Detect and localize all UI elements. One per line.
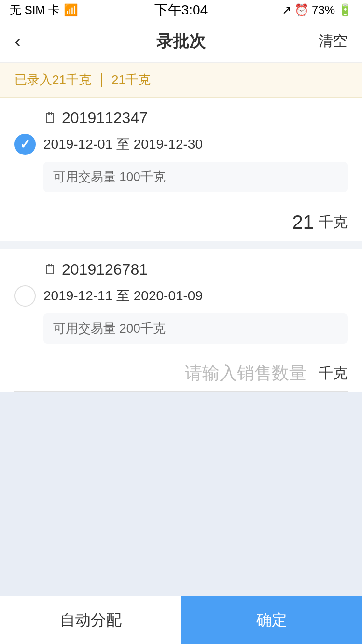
batch-1-amount-value: 21 — [292, 211, 314, 233]
status-time: 下午3:04 — [154, 1, 208, 19]
batch-2-radio[interactable] — [14, 285, 36, 307]
batch-2-date: 2019-12-11 至 2020-01-09 — [43, 287, 203, 305]
battery-icon: 🔋 — [338, 3, 352, 17]
wifi-icon: 📶 — [64, 3, 78, 17]
recorded-value: 21千克 — [111, 71, 151, 88]
batch-2-amount-input[interactable] — [14, 363, 314, 383]
batch-card-2-inner: 🗒 2019126781 2019-12-11 至 2020-01-09 可用交… — [0, 249, 362, 355]
batch-2-doc-icon: 🗒 — [43, 262, 57, 278]
batch-card-2: 🗒 2019126781 2019-12-11 至 2020-01-09 可用交… — [0, 249, 362, 392]
batch-1-amount-unit: 千克 — [319, 212, 348, 232]
info-banner: 已录入21千克 21千克 — [0, 63, 362, 98]
batch-1-amount-row: 21 千克 — [0, 204, 362, 241]
location-icon: ↗ — [282, 3, 292, 17]
batch-1-id-row: 🗒 2019112347 — [14, 109, 348, 127]
status-bar-left: 无 SIM 卡 📶 — [10, 2, 78, 18]
batch-2-id-row: 🗒 2019126781 — [14, 261, 348, 279]
banner-divider — [101, 73, 102, 87]
alarm-icon: ⏰ — [294, 3, 309, 17]
batch-2-id: 2019126781 — [62, 261, 148, 279]
batch-card-1-inner: 🗒 2019112347 2019-12-01 至 2019-12-30 可用交… — [0, 98, 362, 204]
batch-1-date-row[interactable]: 2019-12-01 至 2019-12-30 — [14, 134, 348, 155]
battery-text: 73% — [312, 3, 335, 17]
status-bar: 无 SIM 卡 📶 下午3:04 ↗ ⏰ 73% 🔋 — [0, 0, 362, 20]
recorded-label: 已录入21千克 — [14, 71, 91, 88]
batch-card-1: 🗒 2019112347 2019-12-01 至 2019-12-30 可用交… — [0, 98, 362, 241]
auto-distribute-button[interactable]: 自动分配 — [0, 596, 181, 644]
status-bar-right: ↗ ⏰ 73% 🔋 — [282, 3, 352, 17]
batch-1-date: 2019-12-01 至 2019-12-30 — [43, 135, 203, 154]
batch-1-id: 2019112347 — [62, 109, 148, 127]
carrier-text: 无 SIM 卡 — [10, 2, 60, 18]
batch-1-available: 可用交易量 100千克 — [43, 162, 348, 192]
confirm-button[interactable]: 确定 — [181, 596, 362, 644]
batch-1-doc-icon: 🗒 — [43, 110, 57, 126]
back-button[interactable]: ‹ — [14, 30, 43, 52]
batch-2-amount-row[interactable]: 千克 — [0, 355, 362, 391]
page-title: 录批次 — [156, 30, 206, 53]
clear-button[interactable]: 清空 — [319, 31, 348, 51]
section-divider — [0, 241, 362, 249]
batch-2-date-row[interactable]: 2019-12-11 至 2020-01-09 — [14, 285, 348, 307]
bottom-bar: 自动分配 确定 — [0, 596, 362, 644]
batch-2-amount-unit: 千克 — [319, 364, 348, 383]
nav-bar: ‹ 录批次 清空 — [0, 20, 362, 63]
batch-2-available: 可用交易量 200千克 — [43, 313, 348, 344]
batch-1-radio[interactable] — [14, 134, 36, 155]
empty-area — [0, 392, 362, 599]
